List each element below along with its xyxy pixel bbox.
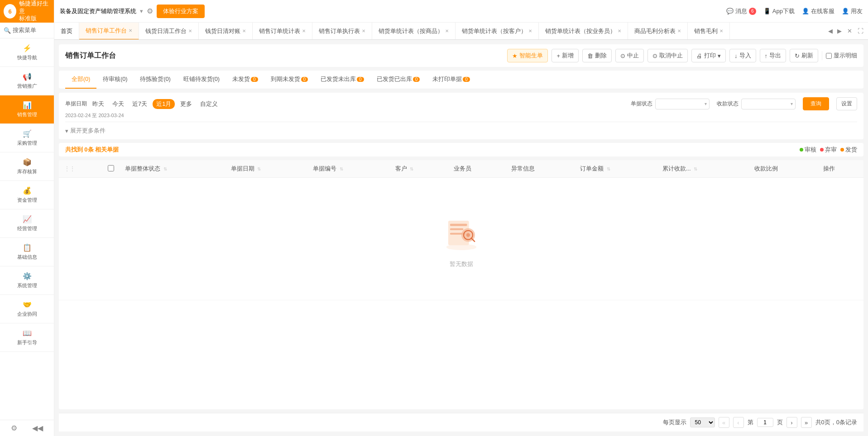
tab-close-sales-staff-stat[interactable]: ✕ [618, 28, 621, 33]
tabs-navigation: ◀ ▶ ✕ ⛶ [824, 27, 868, 35]
audit-btn[interactable]: 审核 [800, 146, 816, 154]
tab-close-sales-exec[interactable]: ✕ [362, 28, 365, 33]
date-btn-1month[interactable]: 近1月 [153, 99, 175, 109]
sidebar-item-marketing[interactable]: 📢 营销推广 [0, 67, 54, 95]
tab-sales-gross[interactable]: 销售毛利 ✕ [688, 23, 730, 40]
sub-tab-wangpu[interactable]: 旺铺待发货(0) [177, 71, 226, 89]
sub-tab-pending-review[interactable]: 待审核(0) [96, 71, 134, 89]
sidebar-item-finance[interactable]: 💰 资金管理 [0, 181, 54, 209]
system-dropdown[interactable]: ▾ [140, 8, 143, 14]
tab-prev-btn[interactable]: ◀ [826, 27, 834, 35]
page-size-select[interactable]: 10 20 50 100 [690, 417, 715, 427]
sub-tab-pending-inspect[interactable]: 待拣验货(0) [134, 71, 177, 89]
topbar-gear-icon[interactable]: ⚙ [147, 7, 153, 15]
tab-close-sales-workbench[interactable]: ✕ [129, 28, 132, 33]
page-input[interactable] [757, 418, 773, 427]
sort-no-icon[interactable]: ⇅ [340, 166, 343, 171]
sidebar-item-operation[interactable]: 📈 经营管理 [0, 209, 54, 238]
select-all-checkbox[interactable] [108, 165, 114, 171]
sidebar-item-inventory[interactable]: 📦 库存核算 [0, 152, 54, 181]
data-table: ⋮⋮ 单据整体状态 ⇅ 单据日期 ⇅ 单据编号 [59, 160, 863, 300]
delete-button[interactable]: 🗑 删除 [582, 49, 612, 62]
date-btn-yesterday[interactable]: 昨天 [90, 99, 107, 109]
query-button[interactable]: 查询 [803, 97, 829, 110]
sub-tab-not-shipped[interactable]: 未发货0 [226, 71, 264, 89]
sort-date-icon[interactable]: ⇅ [257, 166, 261, 171]
sidebar-item-guide[interactable]: 📖 新手引导 [0, 323, 54, 352]
sort-collected-icon[interactable]: ⇅ [694, 166, 697, 171]
sub-tab-overdue-not-shipped[interactable]: 到期未发货0 [264, 71, 315, 89]
tab-close-sales-prod-stat[interactable]: ✕ [445, 28, 449, 33]
date-btn-custom[interactable]: 自定义 [197, 99, 221, 109]
online-service-btn[interactable]: 👤 在线客服 [802, 7, 834, 15]
add-button[interactable]: + 新增 [551, 49, 579, 62]
tab-sales-stat[interactable]: 销售订单统计表 ✕ [253, 23, 312, 40]
app-download-btn[interactable]: 📱 App下载 [763, 7, 795, 15]
tab-sales-cust-stat[interactable]: 销货单统计表（按客户） ✕ [456, 23, 539, 40]
print-button[interactable]: 🖨 打印 ▾ [691, 49, 726, 62]
sort-customer-icon[interactable]: ⇅ [410, 166, 413, 171]
stop-button[interactable]: ⊙ 中止 [615, 49, 644, 62]
sidebar-item-purchase[interactable]: 🛒 采购管理 [0, 124, 54, 152]
message-icon: 💬 [726, 8, 734, 14]
th-status: 单据整体状态 ⇅ [120, 160, 225, 178]
tab-next-btn[interactable]: ▶ [835, 27, 844, 35]
tab-home[interactable]: 首页 [54, 23, 79, 40]
topbar: 装备及固定资产辅助管理系统 ▾ ⚙ 体验行业方案 💬 消息 6 📱 App下载 … [54, 0, 868, 23]
sales-icon: 📊 [23, 101, 32, 109]
import-button[interactable]: ↓ 导入 [729, 49, 756, 62]
search-menu[interactable]: 🔍 搜索菜单 [0, 23, 54, 38]
sidebar-item-basic[interactable]: 📋 基础信息 [0, 238, 54, 266]
settings-button[interactable]: 设置 [836, 97, 857, 110]
status-select[interactable] [655, 99, 710, 109]
tab-expand-btn[interactable]: ⛶ [856, 27, 865, 35]
tab-goods-profit[interactable]: 商品毛利分析表 ✕ [628, 23, 688, 40]
payment-select[interactable] [741, 99, 796, 109]
page-next-btn[interactable]: › [786, 417, 797, 428]
tab-close-sales-cust-stat[interactable]: ✕ [528, 28, 532, 33]
ship-btn[interactable]: 发货 [840, 146, 857, 154]
user-btn[interactable]: 👤 用友 [842, 7, 863, 15]
sub-tab-all[interactable]: 全部(0) [65, 71, 96, 89]
tab-close-sales-stat[interactable]: ✕ [302, 28, 306, 33]
tab-sales-staff-stat[interactable]: 销货单统计表（按业务员） ✕ [539, 23, 628, 40]
tab-close-cash-daily[interactable]: ✕ [188, 28, 192, 33]
expand-btn[interactable]: ▾ 展开更多条件 [65, 127, 857, 135]
tab-close-goods-profit[interactable]: ✕ [677, 28, 681, 33]
sort-status-icon[interactable]: ⇅ [163, 166, 167, 171]
sidebar-item-enterprise[interactable]: 🤝 企业协同 [0, 295, 54, 323]
sub-tab-not-printed[interactable]: 未打印单据0 [426, 71, 476, 89]
results-bar: 共找到 0条 相关单据 审核 弃审 发货 [59, 143, 863, 156]
cancel-audit-btn[interactable]: 弃审 [820, 146, 837, 154]
sub-tab-shipped-not-out[interactable]: 已发货未出库0 [314, 71, 370, 89]
tab-cash-daily[interactable]: 钱货日清工作台 ✕ [139, 23, 199, 40]
date-btn-more[interactable]: 更多 [177, 99, 195, 109]
tab-sales-prod-stat[interactable]: 销货单统计表（按商品） ✕ [372, 23, 456, 40]
refresh-button[interactable]: ↻ 刷新 [790, 49, 818, 62]
sidebar-item-quick[interactable]: ⚡ 快捷导航 [0, 38, 54, 67]
tab-sales-exec[interactable]: 销售订单执行表 ✕ [312, 23, 372, 40]
date-btn-today[interactable]: 今天 [110, 99, 127, 109]
solution-button[interactable]: 体验行业方案 [157, 5, 205, 18]
settings-icon[interactable]: ⚙ [11, 424, 17, 432]
smart-create-button[interactable]: ★ 智能生单 [507, 49, 548, 62]
sidebar-item-system[interactable]: ⚙️ 系统管理 [0, 266, 54, 295]
page-prev-btn[interactable]: ‹ [733, 417, 744, 428]
collapse-icon[interactable]: ◀◀ [32, 424, 43, 432]
show-detail-checkbox[interactable]: 显示明细 [826, 52, 857, 60]
tab-close-all-btn[interactable]: ✕ [844, 27, 855, 35]
cancel-stop-button[interactable]: ⊙ 取消中止 [647, 49, 688, 62]
export-button[interactable]: ↑ 导出 [760, 49, 786, 62]
page-last-btn[interactable]: » [801, 417, 812, 428]
tab-cash-reconcile[interactable]: 钱货日清对账 ✕ [199, 23, 253, 40]
sort-amount-icon[interactable]: ⇅ [607, 166, 610, 171]
sidebar-item-sales[interactable]: 📊 销售管理 [0, 95, 54, 124]
date-filter: 单据日期 昨天 今天 近7天 近1月 更多 自定义 [65, 99, 221, 109]
message-btn[interactable]: 💬 消息 6 [726, 7, 756, 15]
sub-tab-shipped-out[interactable]: 已发货已出库0 [370, 71, 427, 89]
page-first-btn[interactable]: « [719, 417, 729, 428]
tab-close-sales-gross[interactable]: ✕ [719, 28, 723, 33]
tab-sales-workbench[interactable]: 销售订单工作台 ✕ [79, 23, 139, 40]
date-btn-7days[interactable]: 近7天 [129, 99, 150, 109]
tab-close-cash-reconcile[interactable]: ✕ [242, 28, 246, 33]
